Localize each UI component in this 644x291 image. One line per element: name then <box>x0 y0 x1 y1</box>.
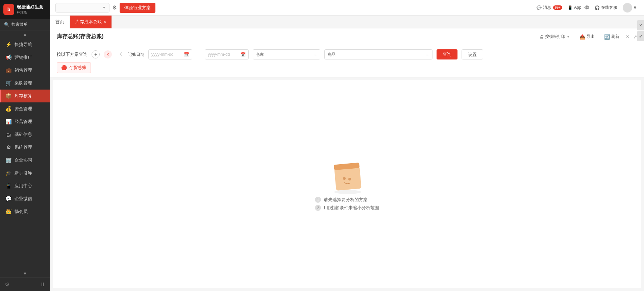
tab-home-label: 首页 <box>55 19 64 25</box>
messages-label: 消息 <box>543 5 551 10</box>
print-icon: 🖨 <box>539 34 544 40</box>
sidebar-search[interactable]: 🔍 搜索菜单 <box>0 19 50 30</box>
goods-filter[interactable]: 商品 ··· <box>324 49 432 59</box>
export-icon: 📤 <box>579 34 585 40</box>
right-panel-close-btn[interactable]: ✕ <box>637 20 644 30</box>
quick-nav-icon: ⚡ <box>5 42 12 48</box>
empty-svg <box>327 157 371 195</box>
sidebar-item-sales[interactable]: 💼 销售管理 <box>0 64 50 77</box>
guide-icon: 🎓 <box>5 170 12 176</box>
tab-inventory-cost[interactable]: 库存成本总账 × <box>70 16 112 28</box>
filter-clear-btn[interactable]: × <box>104 50 112 58</box>
refresh-icon: 🔄 <box>604 34 610 40</box>
top-bar-left: ▼ ⚙ 体验行业方案 <box>55 3 537 13</box>
messages-btn[interactable]: 💬 消息 99+ <box>537 5 562 10</box>
svg-point-2 <box>343 177 346 180</box>
tip-text-2: 用[过滤]条件来缩小分析范围 <box>324 205 379 211</box>
warehouse-label: 仓库 <box>256 52 312 57</box>
tab-inventory-cost-label: 库存成本总账 <box>75 19 102 25</box>
date-end-input[interactable]: yyyy-mm-dd 📅 <box>205 49 249 59</box>
sidebar-item-label: 快捷导航 <box>15 42 32 48</box>
sidebar-item-system[interactable]: ⚙ 系统管理 <box>0 141 50 154</box>
scheme-tag-inventory[interactable]: 🔴 存货总账 <box>57 62 91 73</box>
sidebar: b 畅捷通好生意 标准版 🔍 搜索菜单 ▲ ⚡ 快捷导航 📢 营销推广 💼 销售… <box>0 0 50 291</box>
svg-point-3 <box>348 178 351 180</box>
sidebar-item-quick-nav[interactable]: ⚡ 快捷导航 <box>0 38 50 51</box>
sidebar-item-marketing[interactable]: 📢 营销推广 <box>0 51 50 64</box>
sidebar-item-basic-info[interactable]: 🗂 基础信息 <box>0 128 50 141</box>
sidebar-item-app-center[interactable]: 📱 应用中心 <box>0 179 50 192</box>
user-profile[interactable]: Rit <box>623 3 639 13</box>
page-expand-btn[interactable]: ⤢ <box>633 34 637 40</box>
date-start-input[interactable]: yyyy-mm-dd 📅 <box>148 49 192 59</box>
sidebar-item-label: 应用中心 <box>15 183 32 189</box>
sidebar-item-label: 采购管理 <box>15 80 32 86</box>
app-download-btn[interactable]: 📱 App下载 <box>568 5 589 10</box>
search-icon: 🔍 <box>4 22 9 27</box>
sidebar-item-operations[interactable]: 📊 经营管理 <box>0 115 50 128</box>
print-dropdown-icon: ▼ <box>567 35 570 39</box>
enterprise-icon: 🏢 <box>5 157 12 163</box>
sidebar-item-label: 畅会员 <box>15 209 28 215</box>
filter-area: 按以下方案查询 + × 《 记账日期 yyyy-mm-dd 📅 — yyyy-m… <box>50 45 644 77</box>
logo-icon: b <box>3 4 14 15</box>
sidebar-scroll-down[interactable]: ▼ <box>0 270 50 277</box>
print-template-btn[interactable]: 🖨 按模板打印 ▼ <box>536 32 573 41</box>
basic-info-icon: 🗂 <box>5 132 12 138</box>
top-bar: ▼ ⚙ 体验行业方案 💬 消息 99+ 📱 App下载 🎧 在线客服 Rit <box>50 0 644 16</box>
sidebar-nav: ⚡ 快捷导航 📢 营销推广 💼 销售管理 🛒 采购管理 📦 库存核算 💰 资金管… <box>0 38 50 270</box>
app-name: 畅捷通好生意 <box>17 4 43 10</box>
dropdown-icon: ▼ <box>102 6 106 9</box>
sidebar-item-label: 系统管理 <box>15 144 32 150</box>
empty-tip-1: 1 请先选择要分析的方案 <box>315 197 379 203</box>
app-logo: b 畅捷通好生意 标准版 <box>0 0 50 19</box>
tab-home[interactable]: 首页 <box>50 16 70 28</box>
system-icon: ⚙ <box>5 144 12 150</box>
page-header: 库存总账(存货总账) 🖨 按模板打印 ▼ 📤 导出 🔄 刷新 × ⤢ <box>50 28 644 45</box>
sidebar-item-wechat[interactable]: 💬 企业微信 <box>0 192 50 205</box>
scheme-icon: 🔴 <box>61 65 67 70</box>
sidebar-item-label: 企业微信 <box>15 196 32 202</box>
tab-bar: 首页 库存成本总账 × <box>50 16 644 28</box>
filter-row: 按以下方案查询 + × 《 记账日期 yyyy-mm-dd 📅 — yyyy-m… <box>57 49 637 59</box>
settings-gear-icon[interactable]: ⚙ <box>112 4 117 11</box>
settings-btn[interactable]: 设置 <box>462 49 483 59</box>
warehouse-more-icon[interactable]: ··· <box>314 52 317 57</box>
main-content: ▼ ⚙ 体验行业方案 💬 消息 99+ 📱 App下载 🎧 在线客服 Rit <box>50 0 644 291</box>
export-btn[interactable]: 📤 导出 <box>577 32 597 41</box>
tab-close-icon[interactable]: × <box>104 20 106 24</box>
sidebar-item-member[interactable]: 👑 畅会员 <box>0 205 50 218</box>
page-close-btn[interactable]: × <box>626 34 629 40</box>
top-search-input[interactable]: ▼ <box>55 3 109 13</box>
search-btn[interactable]: 查询 <box>437 49 457 59</box>
sidebar-item-enterprise[interactable]: 🏢 企业协同 <box>0 154 50 167</box>
sidebar-scroll-up[interactable]: ▲ <box>0 30 50 38</box>
goods-label: 商品 <box>327 52 424 57</box>
finance-icon: 💰 <box>5 106 12 112</box>
sidebar-item-guide[interactable]: 🎓 新手引导 <box>0 167 50 179</box>
filter-collapse-btn[interactable]: 《 <box>116 50 124 58</box>
sidebar-item-finance[interactable]: 💰 资金管理 <box>0 102 50 115</box>
svg-point-4 <box>334 190 361 194</box>
warehouse-filter[interactable]: 仓库 ··· <box>253 49 320 59</box>
filter-add-btn[interactable]: + <box>92 50 100 58</box>
tip-num-1: 1 <box>315 197 321 203</box>
goods-more-icon[interactable]: ··· <box>426 52 429 57</box>
settings-icon[interactable]: ⚙ <box>5 281 9 288</box>
sidebar-item-purchase[interactable]: 🛒 采购管理 <box>0 77 50 90</box>
empty-tip-2: 2 用[过滤]条件来缩小分析范围 <box>315 205 379 211</box>
content-area: 1 请先选择要分析的方案 2 用[过滤]条件来缩小分析范围 <box>53 80 641 288</box>
sidebar-item-inventory[interactable]: 📦 库存核算 <box>0 90 50 102</box>
sidebar-bottom: ⚙ ⏸ <box>0 277 50 291</box>
calendar-end-icon: 📅 <box>240 52 246 57</box>
refresh-btn[interactable]: 🔄 刷新 <box>601 32 622 41</box>
online-service-btn[interactable]: 🎧 在线客服 <box>595 5 617 10</box>
app-download-label: App下载 <box>574 5 589 10</box>
audio-icon[interactable]: ⏸ <box>40 282 45 288</box>
sidebar-item-label: 经营管理 <box>15 119 32 125</box>
trial-btn[interactable]: 体验行业方案 <box>120 3 155 13</box>
sidebar-search-label: 搜索菜单 <box>11 22 28 27</box>
date-separator: — <box>196 52 201 57</box>
right-panel-expand-btn[interactable]: ⤢ <box>637 31 644 41</box>
date-end-placeholder: yyyy-mm-dd <box>208 52 239 57</box>
